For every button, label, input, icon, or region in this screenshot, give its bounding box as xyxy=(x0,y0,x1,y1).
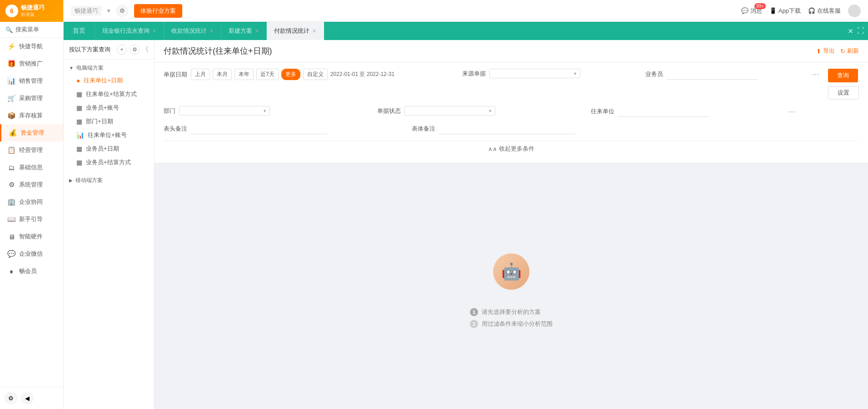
date-last-month-btn[interactable]: 上月 xyxy=(191,69,210,80)
sidebar-item-capital[interactable]: 💰 资金管理 xyxy=(0,124,63,141)
sidebar-item-sales[interactable]: 📊 销售管理 xyxy=(0,72,63,90)
source-select[interactable]: ▾ xyxy=(489,69,580,78)
source-select-arrow-icon: ▾ xyxy=(574,71,576,76)
scheme-item-5[interactable]: ▦ 业务员+日期 xyxy=(64,142,154,156)
tab-new-scheme-close[interactable]: ✕ xyxy=(255,28,259,34)
scheme-list-desktop: ● 往来单位+日期 ▦ 往来单位+结算方式 ▦ 业务员+账号 ▦ 部门+日期 xyxy=(64,74,154,169)
sidebar-item-marketing[interactable]: 🎁 营销推广 xyxy=(0,55,63,72)
sidebar-item-operations[interactable]: 📋 经营管理 xyxy=(0,141,63,159)
cooperation-icon: 🏢 xyxy=(7,198,15,206)
tab-payment-stats[interactable]: 收款情况统计 ✕ xyxy=(164,22,221,40)
tab-new-scheme[interactable]: 新建方案 ✕ xyxy=(221,22,267,40)
table-header-note-input[interactable] xyxy=(191,123,327,134)
sidebar-item-wechat[interactable]: 💬 企业微信 xyxy=(0,245,63,263)
tab-cash-flow[interactable]: 现金银行流水查询 ✕ xyxy=(95,22,164,40)
messages-button[interactable]: 💬 消息 99+ xyxy=(741,7,762,15)
collapse-filter-button[interactable]: ∧∧ 收起更多条件 xyxy=(164,141,859,157)
table-body-note-input[interactable] xyxy=(439,123,575,134)
add-icon: + xyxy=(120,46,123,53)
sidebar-item-hardware[interactable]: 🖥 智能硬件 xyxy=(0,228,63,245)
quick-nav-icon: ⚡ xyxy=(7,42,15,50)
sidebar-item-cooperation[interactable]: 🏢 企业协同 xyxy=(0,193,63,211)
app-download-button[interactable]: 📱 App下载 xyxy=(769,7,801,15)
sidebar-footer: ⚙ ◀ xyxy=(0,387,63,409)
date-this-month-btn[interactable]: 本月 xyxy=(213,69,232,80)
counterpart-dots-button[interactable]: ··· xyxy=(788,107,795,116)
date-7days-btn[interactable]: 近7天 xyxy=(256,69,279,80)
filter-row-2: 部门 ▾ 单据状态 ▾ 往来单位 xyxy=(164,106,859,117)
scheme-group-desktop-header[interactable]: ▼ 电脑端方案 xyxy=(64,62,154,74)
sales-icon: 📊 xyxy=(7,77,15,85)
scheme-item-0[interactable]: ● 往来单位+日期 xyxy=(64,74,154,87)
filter-area: 单据日期 上月 本月 本年 近7天 更多 自定义 2022-01-01 至 20… xyxy=(155,62,868,163)
dept-select[interactable]: ▾ xyxy=(179,106,270,116)
sidebar-item-guide[interactable]: 📖 新手引导 xyxy=(0,211,63,228)
topbar-gear-button[interactable]: ⚙ xyxy=(116,5,129,17)
page-header: 付款情况统计(往来单位+日期) ⬆ 导出 ↻ 刷新 xyxy=(155,40,868,62)
query-button[interactable]: 查询 xyxy=(828,69,858,82)
sidebar-search[interactable]: 🔍 搜索菜单 xyxy=(0,22,63,38)
avatar[interactable] xyxy=(848,5,861,17)
tabs-spacer xyxy=(324,22,844,40)
scheme-header-icons: + ⚙ 《 xyxy=(117,45,149,55)
counterpart-input[interactable] xyxy=(618,106,709,117)
marketing-icon: 🎁 xyxy=(7,60,15,68)
order-status-select[interactable]: ▾ xyxy=(404,106,495,116)
topbar-brand: 畅捷通巧 xyxy=(71,6,102,16)
trial-button[interactable]: 体验行业方案 xyxy=(134,4,182,18)
sidebar-item-quick-nav[interactable]: ⚡ 快捷导航 xyxy=(0,38,63,55)
scheme-settings-button[interactable]: ⚙ xyxy=(130,45,140,55)
close-all-tabs-button[interactable]: ✕ xyxy=(848,27,853,35)
empty-hint-1: 1 请先选择要分析的方案 xyxy=(470,308,553,316)
filter-table-header-note: 表头备注 xyxy=(164,123,403,134)
scheme-group-mobile-header[interactable]: ▶ 移动端方案 xyxy=(64,175,154,186)
filter-counterpart: 往来单位 ··· xyxy=(591,106,795,117)
topbar-actions: 💬 消息 99+ 📱 App下载 🎧 在线客服 xyxy=(741,5,861,17)
scheme-item-6-icon: ▦ xyxy=(76,159,82,166)
salesperson-input[interactable] xyxy=(667,69,758,80)
sidebar-item-inventory[interactable]: 📦 库存核算 xyxy=(0,107,63,124)
tab-cash-flow-close[interactable]: ✕ xyxy=(152,28,156,34)
scheme-item-4-icon: 📊 xyxy=(76,131,84,139)
date-custom-btn[interactable]: 自定义 xyxy=(303,69,328,80)
scheme-item-4[interactable]: 📊 往来单位+账号 xyxy=(64,128,154,142)
scheme-add-button[interactable]: + xyxy=(117,45,127,55)
salesperson-dots-button[interactable]: ··· xyxy=(812,70,819,79)
export-button[interactable]: ⬆ 导出 xyxy=(816,47,835,55)
sidebar-item-member[interactable]: ♦ 畅会员 xyxy=(0,263,63,280)
refresh-button[interactable]: ↻ 刷新 xyxy=(840,47,859,55)
filter-source: 来源单据 ▾ xyxy=(462,69,636,78)
scheme-group-desktop: ▼ 电脑端方案 ● 往来单位+日期 ▦ 往来单位+结算方式 ▦ 业务员+账号 xyxy=(64,60,154,172)
empty-hint-2: 2 用过滤条件来缩小分析范围 xyxy=(470,320,553,328)
settings-button[interactable]: ⚙ xyxy=(5,392,17,404)
operations-icon: 📋 xyxy=(7,146,15,154)
guide-icon: 📖 xyxy=(7,215,15,223)
hint-num-2: 2 xyxy=(470,320,478,328)
date-more-btn[interactable]: 更多 xyxy=(281,69,300,80)
date-this-year-btn[interactable]: 本年 xyxy=(234,69,254,80)
sidebar-collapse-button[interactable]: ◀ xyxy=(21,392,34,404)
setting-button[interactable]: 设置 xyxy=(828,86,859,100)
tab-payment-situation[interactable]: 付款情况统计 ✕ xyxy=(267,22,324,40)
tab-payment-situation-close[interactable]: ✕ xyxy=(312,28,316,34)
scheme-item-1[interactable]: ▦ 往来单位+结算方式 xyxy=(64,87,154,101)
hint-num-1: 1 xyxy=(470,308,478,316)
tabs: 首页 现金银行流水查询 ✕ 收款情况统计 ✕ 新建方案 ✕ 付款情况统计 ✕ ✕… xyxy=(64,22,868,40)
collapse-icon: ◀ xyxy=(25,395,30,402)
topbar-dropdown-arrow[interactable]: ▾ xyxy=(107,7,110,14)
maximize-button[interactable]: ⛶ xyxy=(857,27,864,35)
scheme-item-6[interactable]: ▦ 业务员+结算方式 xyxy=(64,156,154,169)
filter-salesperson: 业务员 ··· xyxy=(645,69,819,80)
tab-home[interactable]: 首页 xyxy=(64,22,95,40)
sidebar-item-basic[interactable]: 🗂 基础信息 xyxy=(0,159,63,176)
online-service-button[interactable]: 🎧 在线客服 xyxy=(808,7,841,15)
message-icon: 💬 xyxy=(741,7,748,14)
scheme-item-3[interactable]: ▦ 部门+日期 xyxy=(64,115,154,128)
sidebar-item-purchase[interactable]: 🛒 采购管理 xyxy=(0,90,63,107)
filter-actions: 查询 设置 xyxy=(828,69,859,100)
scheme-item-2[interactable]: ▦ 业务员+账号 xyxy=(64,101,154,115)
tab-payment-stats-close[interactable]: ✕ xyxy=(210,28,214,34)
search-icon: 🔍 xyxy=(5,26,13,33)
sidebar-item-system[interactable]: ⚙ 系统管理 xyxy=(0,176,63,193)
scheme-collapse-button[interactable]: 《 xyxy=(142,45,149,54)
